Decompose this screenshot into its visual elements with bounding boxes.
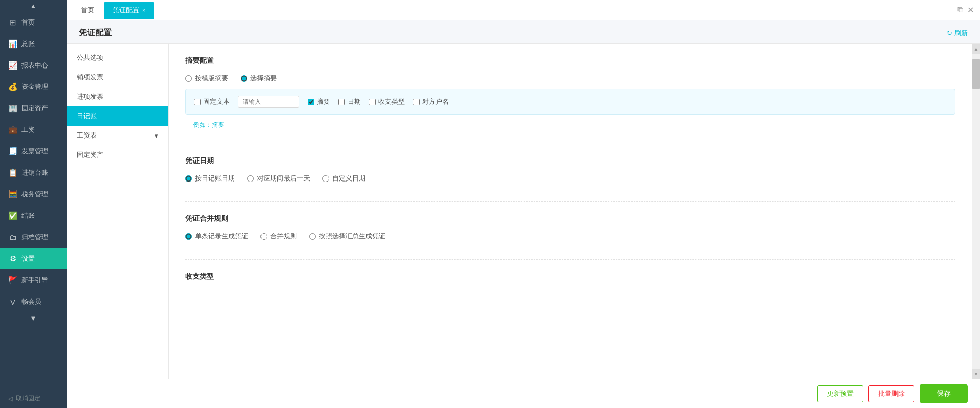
save-button[interactable]: 保存 [920, 384, 968, 403]
radio-single-record[interactable]: 单条记录生成凭证 [185, 232, 248, 241]
checkbox-counterparty-input[interactable] [413, 99, 420, 105]
sidebar-scroll-down[interactable]: ▼ [0, 312, 67, 324]
tab-home-label: 首页 [81, 6, 94, 15]
checkbox-counterparty-label: 对方户名 [422, 97, 449, 106]
batch-delete-button[interactable]: 批量删除 [868, 385, 914, 402]
left-nav: 公共选项 销项发票 进项发票 日记账 工资表 ▾ 固定资产 [67, 44, 169, 379]
checkbox-date[interactable]: 日期 [338, 97, 361, 106]
sidebar-unpin[interactable]: ◁ 取消固定 [0, 389, 67, 408]
sidebar-item-purchase-sales[interactable]: 📋 进销台账 [0, 162, 67, 184]
home-icon: ⊞ [8, 18, 17, 27]
left-nav-public[interactable]: 公共选项 [67, 48, 168, 67]
sidebar-item-invoice-mgmt[interactable]: 🧾 发票管理 [0, 141, 67, 162]
radio-template-input[interactable] [185, 75, 192, 82]
tab-close-icon[interactable]: × [142, 7, 145, 13]
radio-journal-date-input[interactable] [185, 175, 192, 182]
update-preview-button[interactable]: 更新预置 [817, 385, 863, 402]
checkbox-income-type[interactable]: 收支类型 [369, 97, 405, 106]
tab-voucher-config[interactable]: 凭证配置 × [104, 2, 154, 19]
radio-select-label: 选择摘要 [250, 74, 277, 83]
left-nav-fixed-assets[interactable]: 固定资产 [67, 145, 168, 165]
sidebar-item-label: 结账 [21, 211, 35, 220]
radio-merge-rule[interactable]: 合并规则 [260, 232, 297, 241]
sidebar-item-archive[interactable]: 🗂 归档管理 [0, 226, 67, 248]
checkbox-date-label: 日期 [347, 97, 361, 106]
tab-home[interactable]: 首页 [73, 2, 102, 19]
sidebar: ▲ ⊞ 首页 📊 总账 📈 报表中心 💰 资金管理 🏢 固定资产 💼 工资 🧾 … [0, 0, 67, 408]
sidebar-item-label: 报表中心 [21, 61, 48, 70]
left-nav-purchase-invoice[interactable]: 进项发票 [67, 87, 168, 106]
left-nav-assets-label: 固定资产 [77, 150, 103, 160]
refresh-button[interactable]: ↻ 刷新 [947, 29, 968, 38]
checkbox-summary[interactable]: 摘要 [308, 97, 330, 106]
radio-custom-date[interactable]: 自定义日期 [322, 174, 365, 183]
left-nav-purchase-label: 进项发票 [77, 92, 103, 101]
voucher-date-title: 凭证日期 [185, 156, 955, 166]
page-content: 凭证配置 ↻ 刷新 公共选项 销项发票 进项发票 日记账 [67, 20, 980, 408]
left-nav-journal[interactable]: 日记账 [67, 106, 168, 126]
checkbox-fixed-text[interactable]: 固定文本 [194, 97, 230, 106]
settings-icon: ⚙ [8, 254, 17, 263]
sidebar-item-salary[interactable]: 💼 工资 [0, 119, 67, 141]
radio-select-input[interactable] [241, 75, 247, 82]
page-header: 凭证配置 ↻ 刷新 [67, 20, 980, 44]
sidebar-item-label: 归档管理 [21, 233, 48, 242]
invoice-icon: 🧾 [8, 147, 17, 156]
radio-journal-date[interactable]: 按日记账日期 [185, 174, 235, 183]
checkbox-fixed-input[interactable] [194, 99, 201, 105]
sidebar-item-reports[interactable]: 📈 报表中心 [0, 55, 67, 76]
scroll-up-arrow[interactable]: ▲ [972, 44, 980, 54]
voucher-date-section: 凭证日期 按日记账日期 对应期间最后一天 [185, 156, 955, 202]
left-nav-sales-invoice[interactable]: 销项发票 [67, 67, 168, 87]
left-nav-sales-label: 销项发票 [77, 73, 103, 82]
sidebar-item-general-ledger[interactable]: 📊 总账 [0, 33, 67, 55]
radio-template-label: 按模版摘要 [195, 74, 228, 83]
tab-actions: ⧉ ✕ [957, 5, 974, 15]
sidebar-item-fixed-assets[interactable]: 🏢 固定资产 [0, 98, 67, 119]
checkbox-income-input[interactable] [369, 99, 376, 105]
radio-single-input[interactable] [185, 233, 192, 240]
content-body: 公共选项 销项发票 进项发票 日记账 工资表 ▾ 固定资产 [67, 44, 980, 379]
assets-icon: 🏢 [8, 104, 17, 113]
close-window-icon[interactable]: ✕ [967, 5, 974, 15]
sidebar-item-label: 发票管理 [21, 147, 48, 156]
scroll-down-arrow[interactable]: ▼ [972, 369, 980, 379]
sidebar-item-settings[interactable]: ⚙ 设置 [0, 248, 67, 269]
summary-config-title: 摘要配置 [185, 56, 955, 65]
radio-last-day[interactable]: 对应期间最后一天 [247, 174, 310, 183]
radio-select-summary[interactable]: 选择摘要 [241, 74, 277, 83]
fixed-text-input[interactable] [238, 96, 299, 108]
scroll-track[interactable] [972, 54, 980, 369]
sidebar-scroll-up[interactable]: ▲ [0, 0, 67, 12]
summary-radio-group: 按模版摘要 选择摘要 [185, 74, 955, 83]
guide-icon: 🚩 [8, 276, 17, 285]
radio-custom-date-input[interactable] [322, 175, 329, 182]
salary-icon: 💼 [8, 125, 17, 134]
checkbox-counterparty[interactable]: 对方户名 [413, 97, 449, 106]
restore-icon[interactable]: ⧉ [957, 5, 963, 15]
sidebar-item-vip[interactable]: V 畅会员 [0, 291, 67, 312]
income-expense-section: 收支类型 [185, 272, 955, 302]
left-nav-journal-label: 日记账 [77, 111, 97, 121]
radio-template-summary[interactable]: 按模版摘要 [185, 74, 228, 83]
checkbox-date-input[interactable] [338, 99, 345, 105]
left-nav-payroll[interactable]: 工资表 ▾ [67, 126, 168, 145]
scroll-thumb[interactable] [972, 59, 980, 89]
radio-last-day-input[interactable] [247, 175, 254, 182]
radio-summary-input[interactable] [309, 233, 316, 240]
left-nav-payroll-label: 工资表 [77, 131, 97, 140]
sidebar-item-close-account[interactable]: ✅ 结账 [0, 205, 67, 226]
merge-rules-title: 凭证合并规则 [185, 214, 955, 223]
sidebar-item-home[interactable]: ⊞ 首页 [0, 12, 67, 33]
config-area: 摘要配置 按模版摘要 选择摘要 [169, 44, 972, 379]
main-area: 首页 凭证配置 × ⧉ ✕ 凭证配置 ↻ 刷新 公共选项 [67, 0, 980, 408]
radio-merge-input[interactable] [260, 233, 267, 240]
radio-journal-date-label: 按日记账日期 [195, 174, 235, 183]
checkbox-income-label: 收支类型 [378, 97, 405, 106]
sidebar-item-funds[interactable]: 💰 资金管理 [0, 76, 67, 98]
checkbox-summary-input[interactable] [308, 99, 314, 105]
radio-summary-generate[interactable]: 按照选择汇总生成凭证 [309, 232, 385, 241]
sidebar-item-tax[interactable]: 🧮 税务管理 [0, 184, 67, 205]
sidebar-item-guide[interactable]: 🚩 新手引导 [0, 269, 67, 291]
radio-single-label: 单条记录生成凭证 [195, 232, 248, 241]
